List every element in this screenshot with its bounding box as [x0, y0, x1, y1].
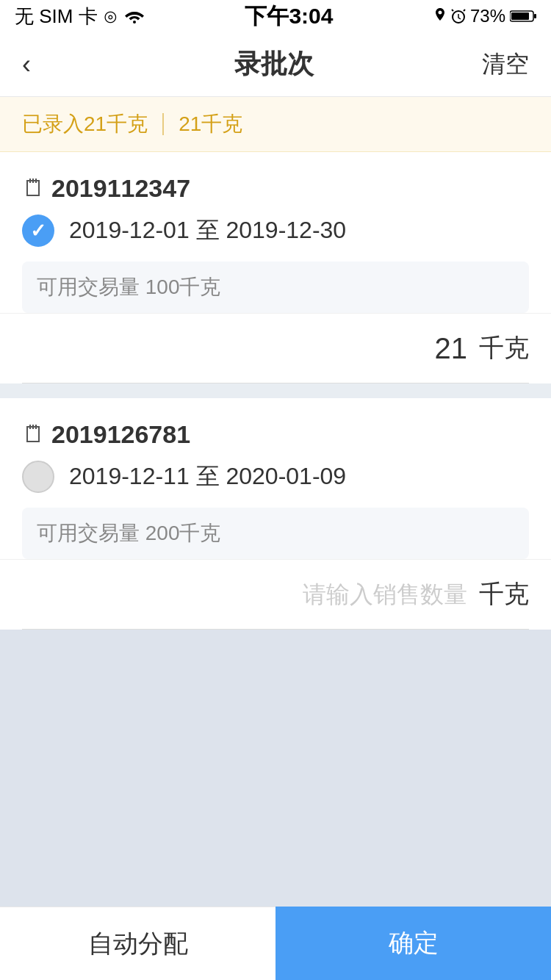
- battery-text: 73%: [470, 6, 505, 26]
- status-bar: 无 SIM 卡 ⊙ 下午3:04 73%: [0, 0, 551, 32]
- bottom-fill: [0, 630, 551, 953]
- status-left: 无 SIM 卡 ⊙: [15, 4, 145, 29]
- batch2-unit: 千克: [479, 577, 529, 611]
- batch2-avail: 可用交易量 200千克: [37, 522, 221, 544]
- clear-button[interactable]: 清空: [482, 48, 529, 81]
- svg-point-0: [133, 21, 136, 24]
- batch1-quantity-value: 21: [435, 332, 468, 365]
- batch2-avail-box: 可用交易量 200千克: [22, 508, 529, 559]
- batch1-radio[interactable]: ✓: [22, 215, 54, 247]
- svg-rect-4: [511, 12, 529, 20]
- confirm-button[interactable]: 确定: [276, 907, 551, 980]
- bottom-bar: 自动分配 确定: [0, 907, 551, 980]
- batch2-date-row[interactable]: 2019-12-11 至 2020-01-09: [22, 461, 529, 493]
- batch1-unit: 千克: [479, 331, 529, 365]
- batch2-date: 2019-12-11 至 2020-01-09: [69, 461, 346, 493]
- batch1-id-icon: 🗒: [22, 175, 46, 202]
- batch1-check: ✓: [30, 220, 46, 242]
- back-button[interactable]: ‹: [22, 49, 66, 80]
- info-bar: 已录入21千克 21千克: [0, 97, 551, 152]
- batch1-quantity-row: 21 千克: [0, 313, 551, 383]
- page-title: 录批次: [234, 46, 314, 82]
- batch1-divider: [0, 383, 551, 383]
- batch1-card: 🗒 2019112347 ✓ 2019-12-01 至 2019-12-30 可…: [0, 152, 551, 313]
- batch1-id-row: 🗒 2019112347: [22, 174, 529, 203]
- recorded-amount-value: 21千克: [179, 110, 242, 138]
- batch1-date-row[interactable]: ✓ 2019-12-01 至 2019-12-30: [22, 215, 529, 247]
- batch2-radio[interactable]: [22, 461, 54, 493]
- batch2-id-icon: 🗒: [22, 421, 46, 448]
- batch1-avail-box: 可用交易量 100千克: [22, 262, 529, 313]
- section-separator-1: [0, 383, 551, 398]
- batch2-quantity-input[interactable]: [247, 581, 467, 608]
- batch2-divider: [0, 629, 551, 630]
- location-icon: [433, 8, 447, 24]
- auto-distribute-button[interactable]: 自动分配: [0, 907, 276, 980]
- status-time: 下午3:04: [245, 1, 333, 32]
- svg-rect-3: [534, 14, 536, 18]
- batch1-date: 2019-12-01 至 2019-12-30: [69, 215, 346, 247]
- battery-icon: [510, 10, 536, 23]
- info-divider: [162, 113, 164, 135]
- alarm-icon: [451, 8, 466, 24]
- batch1-id: 2019112347: [51, 174, 190, 203]
- recorded-amount-label: 已录入21千克: [22, 110, 148, 138]
- batch2-id: 2019126781: [51, 420, 190, 449]
- batch2-id-row: 🗒 2019126781: [22, 420, 529, 449]
- batch2-input-row[interactable]: 千克: [0, 559, 551, 629]
- batch2-card: 🗒 2019126781 2019-12-11 至 2020-01-09 可用交…: [0, 398, 551, 559]
- signal-text: 无 SIM 卡 ⊙: [15, 4, 118, 29]
- status-right: 73%: [433, 6, 536, 26]
- nav-bar: ‹ 录批次 清空: [0, 32, 551, 97]
- wifi-icon: [124, 9, 145, 24]
- batch1-avail: 可用交易量 100千克: [37, 275, 221, 298]
